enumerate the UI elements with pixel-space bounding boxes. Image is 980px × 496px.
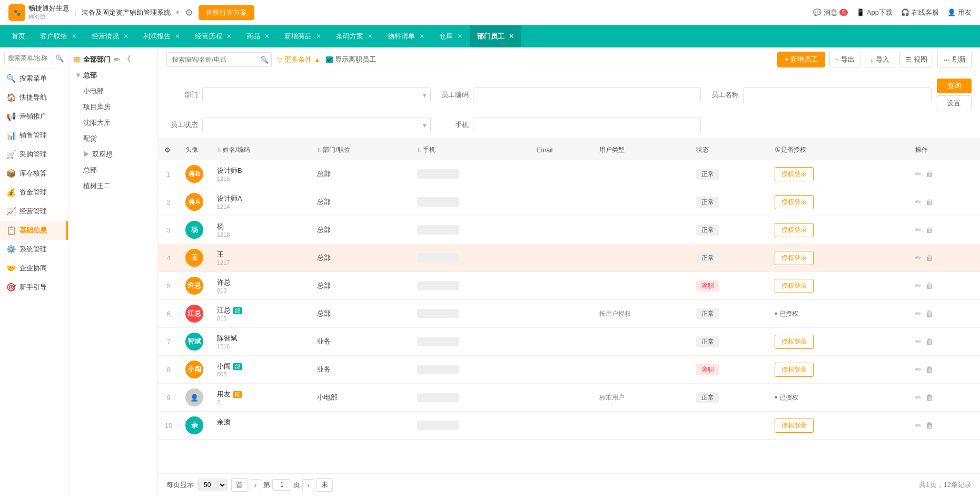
emp-name-input[interactable] <box>743 87 932 102</box>
emp-code-input[interactable] <box>473 87 701 102</box>
query-button[interactable]: 查询 <box>937 79 972 93</box>
dept-item-shenyang[interactable]: 沈阳大库 <box>68 115 157 131</box>
settings-gear-icon[interactable]: ⚙ <box>185 7 193 18</box>
message-btn[interactable]: 💬 消息 5 <box>813 8 848 17</box>
edit-icon[interactable]: ✏ <box>915 198 922 206</box>
sidebar-item-management[interactable]: 📈 经营管理 <box>0 202 68 221</box>
close-icon[interactable]: ✕ <box>123 33 128 40</box>
show-resigned-label[interactable]: 显示离职员工 <box>326 55 376 64</box>
col-settings[interactable]: ⚙ <box>158 140 179 160</box>
close-icon[interactable]: ✕ <box>368 33 373 40</box>
sidebar-item-finance[interactable]: 💰 资金管理 <box>0 183 68 202</box>
view-button[interactable]: ☰ 视图 <box>899 52 933 67</box>
import-button[interactable]: ↓ 导入 <box>865 52 896 67</box>
add-employee-button[interactable]: + 新增员工 <box>777 52 825 67</box>
close-icon[interactable]: ✕ <box>457 33 462 40</box>
page-size-select[interactable]: 20 50 100 <box>198 479 227 491</box>
delete-icon[interactable]: 🗑 <box>926 365 933 374</box>
nav-tab-goods[interactable]: 商品 ✕ <box>239 25 277 47</box>
sidebar-item-collab[interactable]: 🤝 企业协同 <box>0 259 68 278</box>
nav-tab-history[interactable]: 经营历程 ✕ <box>187 25 239 47</box>
app-download-btn[interactable]: 📱 App下载 <box>856 8 893 17</box>
auth-login-btn[interactable]: 授权登录 <box>775 223 814 237</box>
dept-item-zhishu[interactable]: 植树王二 <box>68 178 157 194</box>
edit-icon[interactable]: ✏ <box>915 281 922 290</box>
sidebar-item-sales[interactable]: 📊 销售管理 <box>0 126 68 145</box>
nav-tab-customer[interactable]: 客户联络 ✕ <box>33 25 84 47</box>
delete-icon[interactable]: 🗑 <box>926 254 933 262</box>
user-btn[interactable]: 👤 用友 <box>947 8 972 17</box>
delete-icon[interactable]: 🗑 <box>926 309 933 318</box>
phone-input[interactable] <box>473 118 701 132</box>
nav-tab-home[interactable]: 首页 <box>4 25 33 47</box>
prev-page-btn[interactable]: ‹ <box>250 479 261 491</box>
edit-icon[interactable]: ✏ <box>915 365 922 374</box>
col-name[interactable]: ⇅ 姓名/编码 <box>211 140 311 160</box>
nav-tab-profit[interactable]: 利润报告 ✕ <box>136 25 187 47</box>
show-resigned-checkbox[interactable] <box>326 56 333 63</box>
service-btn[interactable]: 🎧 在线客服 <box>901 8 939 17</box>
edit-icon[interactable]: ✏ <box>915 309 922 318</box>
close-icon[interactable]: ✕ <box>316 33 321 40</box>
dept-edit-icon[interactable]: ✏ <box>114 55 120 64</box>
dept-item-zongbu-parent[interactable]: ▼ 总部 <box>68 67 157 83</box>
sidebar-item-inventory[interactable]: 📦 库存核算 <box>0 164 68 183</box>
auth-login-btn[interactable]: 授权登录 <box>775 279 814 293</box>
sidebar-search-input[interactable] <box>4 52 53 64</box>
dept-item-project[interactable]: 项目库房 <box>68 99 157 115</box>
search-icon-btn[interactable]: 🔍 <box>260 56 269 64</box>
delete-icon[interactable]: 🗑 <box>926 393 933 402</box>
sidebar-search-icon[interactable]: 🔍 <box>55 54 64 62</box>
edit-icon[interactable]: ✏ <box>915 254 922 262</box>
auth-login-btn[interactable]: 授权登录 <box>775 167 814 181</box>
edit-icon[interactable]: ✏ <box>915 421 922 430</box>
dept-select[interactable] <box>202 87 431 102</box>
auth-login-btn[interactable]: 授权登录 <box>775 363 814 377</box>
close-icon[interactable]: ✕ <box>509 33 514 40</box>
auth-login-btn[interactable]: 授权登录 <box>775 251 814 265</box>
sidebar-item-purchase[interactable]: 🛒 采购管理 <box>0 145 68 164</box>
sidebar-item-system[interactable]: ⚙️ 系统管理 <box>0 240 68 259</box>
nav-tab-warehouse[interactable]: 仓库 ✕ <box>432 25 470 47</box>
trial-button[interactable]: 体验行业方案 <box>199 5 254 20</box>
dept-item-peihuo[interactable]: 配货 <box>68 131 157 147</box>
col-phone[interactable]: ⇅ 手机 <box>411 140 531 160</box>
delete-icon[interactable]: 🗑 <box>926 281 933 290</box>
delete-icon[interactable]: 🗑 <box>926 226 933 234</box>
set-button[interactable]: 设置 <box>936 95 972 111</box>
nav-tab-add-goods[interactable]: 新增商品 ✕ <box>277 25 329 47</box>
nav-tab-employee[interactable]: 部门员工 ✕ <box>470 25 521 47</box>
dropdown-icon[interactable]: ▾ <box>176 8 180 16</box>
delete-icon[interactable]: 🗑 <box>926 337 933 346</box>
sidebar-item-guide[interactable]: 🎯 新手引导 <box>0 278 68 297</box>
edit-icon[interactable]: ✏ <box>915 170 922 178</box>
close-icon[interactable]: ✕ <box>419 33 424 40</box>
delete-icon[interactable]: 🗑 <box>926 198 933 206</box>
status-select[interactable] <box>202 118 431 132</box>
dept-item-zongbu-sub[interactable]: 总部 <box>68 162 157 178</box>
close-icon[interactable]: ✕ <box>264 33 270 40</box>
search-input[interactable] <box>166 52 272 67</box>
close-icon[interactable]: ✕ <box>226 33 232 40</box>
auth-login-btn[interactable]: 授权登录 <box>775 419 814 433</box>
first-page-btn[interactable]: 首 <box>231 478 248 492</box>
dept-item-shuangzuo[interactable]: ▶ 双座想 <box>68 147 157 162</box>
close-icon[interactable]: ✕ <box>175 33 180 40</box>
nav-tab-barcode[interactable]: 条码方案 ✕ <box>329 25 380 47</box>
dept-item-xiaodian[interactable]: 小电部 <box>68 83 157 99</box>
col-dept[interactable]: ⇅ 部门/职位 <box>311 140 411 160</box>
sidebar-item-marketing[interactable]: 📢 营销推广 <box>0 107 68 126</box>
edit-icon[interactable]: ✏ <box>915 337 922 346</box>
delete-icon[interactable]: 🗑 <box>926 170 933 178</box>
sidebar-item-nav[interactable]: 🏠 快捷导航 <box>0 88 68 107</box>
auth-login-btn[interactable]: 授权登录 <box>775 195 814 209</box>
sidebar-item-basic[interactable]: 📋 基础信息 <box>0 221 68 240</box>
more-filter-btn[interactable]: ▽ 更多条件 ▲ <box>277 55 321 64</box>
sidebar-item-search[interactable]: 🔍 搜索菜单 <box>0 69 68 88</box>
edit-icon[interactable]: ✏ <box>915 393 922 402</box>
nav-tab-operation[interactable]: 经营情况 ✕ <box>84 25 136 47</box>
delete-icon[interactable]: 🗑 <box>926 421 933 430</box>
settings-icon[interactable]: ⚙ <box>164 146 171 154</box>
close-icon[interactable]: ✕ <box>72 33 77 40</box>
page-input[interactable] <box>272 479 291 491</box>
